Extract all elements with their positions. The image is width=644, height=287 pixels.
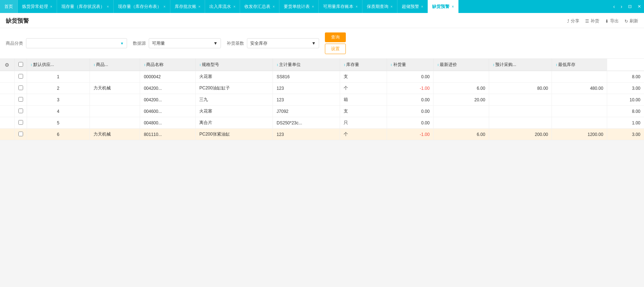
- cell-replenish-qty-3: [434, 106, 489, 117]
- cell-num-4: 5: [27, 117, 90, 129]
- share-action[interactable]: ⤴ 分享: [567, 18, 579, 24]
- cell-unit-5: 个: [340, 129, 387, 140]
- row-checkbox-2[interactable]: [18, 97, 23, 102]
- th-estimated-purchase[interactable]: ↕ 预计采购...: [489, 59, 552, 71]
- table-row: 2 力天机械 004200... PC200油缸缸子 123 个 -1.00 6…: [0, 83, 644, 94]
- table-container: ⚙ ↕ 默认供应... ↕ 商品...: [0, 59, 644, 140]
- tab-overstock[interactable]: 超储预警 ×: [397, 0, 428, 13]
- sort-product-name-icon: ↕: [144, 63, 145, 67]
- close-tab-abnormal[interactable]: ×: [50, 5, 52, 9]
- tab-requisition-stats[interactable]: 要货单统计表 ×: [279, 0, 319, 13]
- th-min-stock[interactable]: ↕ 最低库存: [552, 59, 607, 71]
- sort-spec-icon: ↕: [199, 63, 201, 67]
- cell-default-supplier-3: [90, 106, 140, 117]
- close-tab-overstock[interactable]: ×: [421, 5, 423, 9]
- category-select[interactable]: ▼: [26, 38, 127, 48]
- cell-estimated-purchase-0: [552, 71, 607, 83]
- close-tab-shortage[interactable]: ×: [452, 5, 454, 9]
- tab-batch-account[interactable]: 库存批次账 ×: [170, 0, 205, 13]
- row-gear-cell-3: [0, 106, 14, 117]
- sort-latest-price-icon: ↕: [437, 63, 439, 67]
- replenish-base-select[interactable]: 安全库存 ▼: [247, 38, 319, 48]
- settings-button[interactable]: 设置: [325, 44, 346, 54]
- cell-product-code-5: 801110...: [140, 129, 196, 140]
- refresh-icon: ↻: [625, 19, 628, 24]
- cell-product-code-0: 0000042: [140, 71, 196, 83]
- row-checkbox-0[interactable]: [18, 74, 23, 79]
- tab-expiry-query[interactable]: 保质期查询 ×: [362, 0, 397, 13]
- row-checkbox-5[interactable]: [18, 132, 23, 136]
- cell-spec-1: 123: [273, 83, 340, 94]
- page-header: 缺货预警 ⤴ 分享 ☰ 补货 ⬇ 导出 ↻ 刷新: [0, 13, 644, 28]
- close-tab-expiry-query[interactable]: ×: [391, 5, 393, 9]
- cell-min-stock-3: 8.00: [607, 106, 644, 117]
- th-replenish-qty[interactable]: ↕ 补货量: [387, 59, 434, 71]
- cell-estimated-purchase-1: 480.00: [552, 83, 607, 94]
- nav-next-btn[interactable]: ›: [618, 4, 625, 9]
- tab-inventory-status[interactable]: 现存量（库存状况表） ×: [57, 0, 114, 13]
- sort-replenish-qty-icon: ↕: [391, 63, 392, 67]
- gear-icon[interactable]: ⚙: [5, 62, 9, 68]
- cell-default-supplier-1: 力天机械: [90, 83, 140, 94]
- replenish-base-chevron-icon: ▼: [312, 41, 316, 46]
- cell-spec-2: 123: [273, 94, 340, 106]
- filter-group-datasource: 数据源 可用量 ▼: [133, 38, 221, 48]
- nav-prev-btn[interactable]: ‹: [610, 4, 618, 9]
- tab-home[interactable]: 首页: [0, 0, 18, 13]
- datasource-select[interactable]: 可用量 ▼: [149, 38, 221, 48]
- datasource-chevron-icon: ▼: [213, 41, 218, 46]
- close-tab-inventory-dist[interactable]: ×: [164, 5, 166, 9]
- table-body: 1 0000042 火花塞 SS816 支 0.00 8.00 2 力天机械 0…: [0, 71, 644, 140]
- close-tab-available-ledger[interactable]: ×: [356, 5, 358, 9]
- cell-stock-4: 0.00: [387, 117, 434, 129]
- tab-receive-summary[interactable]: 收发存汇总表 ×: [240, 0, 279, 13]
- replenish-action[interactable]: ☰ 补货: [585, 18, 599, 24]
- tab-inout-flow[interactable]: 出入库流水 ×: [205, 0, 240, 13]
- th-unit[interactable]: ↕ 主计量单位: [273, 59, 340, 71]
- cell-default-supplier-4: [90, 117, 140, 129]
- row-checkbox-4[interactable]: [18, 120, 23, 125]
- export-action[interactable]: ⬇ 导出: [605, 18, 619, 24]
- datasource-value: 可用量: [152, 40, 165, 47]
- main-content: 缺货预警 ⤴ 分享 ☰ 补货 ⬇ 导出 ↻ 刷新 商品分类: [0, 13, 644, 140]
- th-product-code[interactable]: ↕ 商品...: [90, 59, 140, 71]
- th-latest-price[interactable]: ↕ 最新进价: [434, 59, 489, 71]
- tab-inventory-dist[interactable]: 现存量（库存分布表） ×: [114, 0, 170, 13]
- tab-available-ledger[interactable]: 可用量库存账本 ×: [319, 0, 362, 13]
- row-checkbox-3[interactable]: [18, 109, 23, 113]
- close-tab-receive-summary[interactable]: ×: [273, 5, 275, 9]
- cell-product-code-2: 004200...: [140, 94, 196, 106]
- cell-product-name-5: PC200张紧油缸: [196, 129, 273, 140]
- th-stock[interactable]: ↕ 库存量: [340, 59, 387, 71]
- th-spec[interactable]: ↕ 规格型号: [196, 59, 273, 71]
- query-button[interactable]: 查询: [325, 32, 346, 42]
- cell-stock-0: 0.00: [387, 71, 434, 83]
- th-product-name[interactable]: ↕ 商品名称: [140, 59, 196, 71]
- tab-shortage[interactable]: 缺货预警 ×: [428, 0, 458, 13]
- cell-product-code-4: 004800...: [140, 117, 196, 129]
- cell-product-name-0: 火花塞: [196, 71, 273, 83]
- cell-product-code-1: 004200...: [140, 83, 196, 94]
- cell-latest-price-3: [489, 106, 552, 117]
- refresh-action[interactable]: ↻ 刷新: [625, 18, 638, 24]
- cell-spec-5: 123: [273, 129, 340, 140]
- filter-group-category: 商品分类 ▼: [6, 38, 127, 48]
- select-all-checkbox[interactable]: [18, 62, 23, 67]
- sort-min-stock-icon: ↕: [556, 63, 557, 67]
- th-default-supplier[interactable]: ↕ 默认供应...: [27, 59, 90, 71]
- cell-spec-4: DS250*23c...: [273, 117, 340, 129]
- close-tab-inout-flow[interactable]: ×: [233, 5, 235, 9]
- cell-unit-1: 个: [340, 83, 387, 94]
- nav-close-btn[interactable]: ✕: [635, 4, 644, 9]
- close-tab-inventory-status[interactable]: ×: [107, 5, 109, 9]
- close-tab-batch-account[interactable]: ×: [199, 5, 201, 9]
- close-tab-requisition-stats[interactable]: ×: [312, 5, 314, 9]
- cell-unit-0: 支: [340, 71, 387, 83]
- row-gear-cell-0: [0, 71, 14, 83]
- cell-estimated-purchase-4: [552, 117, 607, 129]
- tab-abnormal[interactable]: 炼货异常处理 ×: [18, 0, 57, 13]
- nav-restore-btn[interactable]: ⊡: [625, 4, 635, 9]
- row-checkbox-1[interactable]: [18, 85, 23, 90]
- replenish-base-value: 安全库存: [250, 40, 267, 47]
- sort-default-supplier-icon: ↕: [31, 63, 32, 67]
